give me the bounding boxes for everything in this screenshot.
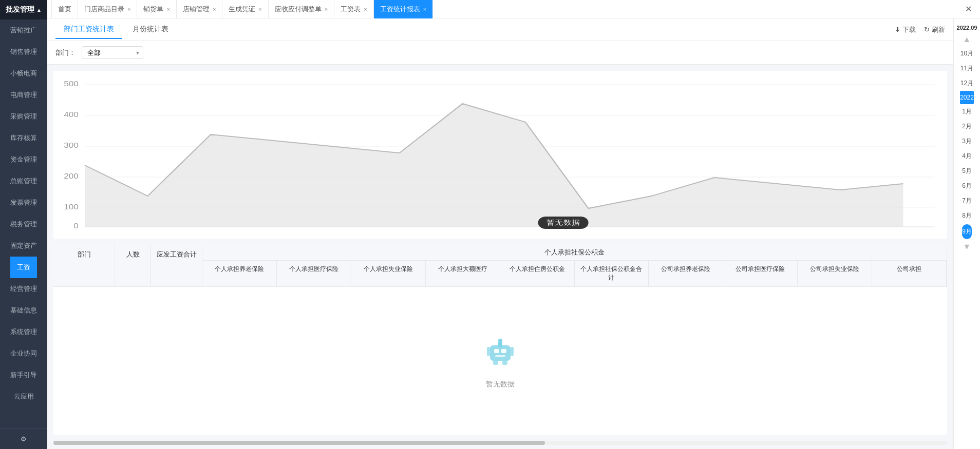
th-col-个人承担养老保险: 个人承担养老保险 xyxy=(202,261,277,286)
sidebar-item-云应用[interactable]: 云应用 xyxy=(10,386,37,407)
sidebar-item-工资[interactable]: 工资 xyxy=(10,257,37,278)
tab-首页[interactable]: 首页 xyxy=(51,0,78,18)
svg-text:400: 400 xyxy=(64,110,79,118)
tab-生成凭证[interactable]: 生成凭证× xyxy=(222,0,268,18)
sidebar-item-企业协同[interactable]: 企业协同 xyxy=(10,343,37,364)
sidebar-items: 营销推广销售管理小畅电商电商管理采购管理库存核算资金管理总账管理发票管理税务管理… xyxy=(10,19,37,407)
timeline-sidebar: 2022.09 ▲ 10月11月12月20221月2月3月4月5月6月7月8月9… xyxy=(953,18,980,449)
timeline-up-arrow[interactable]: ▲ xyxy=(961,33,973,46)
svg-text:100: 100 xyxy=(64,203,79,210)
tab-bar: 首页门店商品目录×销货单×店铺管理×生成凭证×应收应付调整单×工资表×工资统计报… xyxy=(47,0,980,18)
timeline-item-11月[interactable]: 11月 xyxy=(960,61,974,76)
sidebar-settings-button[interactable]: ⚙ xyxy=(0,428,47,449)
tab-工资表[interactable]: 工资表× xyxy=(334,0,373,18)
timeline-item-2022[interactable]: 2022 xyxy=(960,91,974,104)
timeline-item-7月[interactable]: 7月 xyxy=(960,193,974,208)
th-col-个人承担住房公积金: 个人承担住房公积金 xyxy=(500,261,575,286)
table-empty: 暂无数据 xyxy=(53,287,947,435)
svg-rect-18 xyxy=(495,355,505,357)
tab-close-icon[interactable]: × xyxy=(166,6,169,12)
timeline-item-12月[interactable]: 12月 xyxy=(960,76,974,91)
tab-label: 销货单 xyxy=(143,5,163,14)
tab-工资统计报表[interactable]: 工资统计报表× xyxy=(374,0,433,18)
timeline-down-arrow[interactable]: ▼ xyxy=(961,240,973,253)
timeline-item-10月[interactable]: 10月 xyxy=(960,46,974,61)
content-area: 部门工资统计表 月份统计表 ⬇ 下载 ↻ 刷新 部门： xyxy=(47,18,980,449)
filter-label: 部门： xyxy=(55,48,76,57)
timeline-item-9月[interactable]: 9月 xyxy=(962,224,972,239)
th-col-公司承担: 公司承担 xyxy=(872,261,947,286)
svg-rect-17 xyxy=(501,349,506,353)
tab-close-icon[interactable]: × xyxy=(213,6,216,12)
svg-text:0: 0 xyxy=(73,222,79,229)
th-col-公司承担养老保险: 公司承担养老保险 xyxy=(649,261,723,286)
department-select[interactable]: 全部 部门A 部门B xyxy=(82,46,143,59)
svg-rect-15 xyxy=(490,345,511,361)
tab-close-icon[interactable]: × xyxy=(364,6,367,12)
timeline-item-1月[interactable]: 1月 xyxy=(960,104,974,119)
tab-门店商品目录[interactable]: 门店商品目录× xyxy=(78,0,137,18)
svg-marker-12 xyxy=(85,104,903,227)
sidebar-item-新手引导[interactable]: 新手引导 xyxy=(10,364,37,386)
tabs-container: 首页门店商品目录×销货单×店铺管理×生成凭证×应收应付调整单×工资表×工资统计报… xyxy=(51,0,433,18)
empty-label: 暂无数据 xyxy=(486,380,515,389)
timeline-item-6月[interactable]: 6月 xyxy=(960,179,974,193)
timeline-item-8月[interactable]: 8月 xyxy=(960,208,974,223)
tab-label: 店铺管理 xyxy=(183,5,210,14)
sub-tabs: 部门工资统计表 月份统计表 ⬇ 下载 ↻ 刷新 xyxy=(47,18,953,41)
chart-area: 500 400 300 200 100 0 xyxy=(53,71,947,239)
tab-close-icon[interactable]: × xyxy=(127,6,130,12)
empty-robot-icon xyxy=(480,333,521,374)
sidebar-item-经营管理[interactable]: 经营管理 xyxy=(10,278,37,300)
tab-label: 工资统计报表 xyxy=(380,5,420,14)
tab-close-icon[interactable]: × xyxy=(258,6,261,12)
sidebar-item-电商管理[interactable]: 电商管理 xyxy=(10,84,37,106)
horizontal-scrollbar[interactable] xyxy=(53,441,947,445)
sub-tab-month[interactable]: 月份统计表 xyxy=(124,21,177,39)
tab-销货单[interactable]: 销货单× xyxy=(137,0,176,18)
sidebar-item-基础信息[interactable]: 基础信息 xyxy=(10,300,37,321)
refresh-button[interactable]: ↻ 刷新 xyxy=(924,25,945,34)
timeline-item-2月[interactable]: 2月 xyxy=(960,119,974,134)
download-label: 下载 xyxy=(902,25,916,34)
sidebar-item-税务管理[interactable]: 税务管理 xyxy=(10,213,37,235)
sidebar-arrow-icon: ▲ xyxy=(36,7,42,13)
th-col-个人承担失业保险: 个人承担失业保险 xyxy=(351,261,426,286)
th-group-header: 个人承担社保公积金 xyxy=(202,245,947,261)
sidebar-item-总账管理[interactable]: 总账管理 xyxy=(10,170,37,192)
tab-close-icon[interactable]: × xyxy=(423,6,426,12)
sub-tab-department[interactable]: 部门工资统计表 xyxy=(55,21,122,39)
page: 部门工资统计表 月份统计表 ⬇ 下载 ↻ 刷新 部门： xyxy=(47,18,953,449)
sidebar-item-资金管理[interactable]: 资金管理 xyxy=(10,149,37,170)
download-button[interactable]: ⬇ 下载 xyxy=(895,25,916,34)
sidebar-item-采购管理[interactable]: 采购管理 xyxy=(10,106,37,127)
th-department: 部门 xyxy=(53,245,115,286)
timeline-item-3月[interactable]: 3月 xyxy=(960,134,974,149)
sidebar-item-小畅电商[interactable]: 小畅电商 xyxy=(10,63,37,84)
svg-rect-23 xyxy=(493,361,498,365)
tab-label: 门店商品目录 xyxy=(84,5,124,14)
sub-tabs-left: 部门工资统计表 月份统计表 xyxy=(55,21,177,39)
main-area: 首页门店商品目录×销货单×店铺管理×生成凭证×应收应付调整单×工资表×工资统计报… xyxy=(47,0,980,449)
timeline-item-4月[interactable]: 4月 xyxy=(960,149,974,164)
svg-text:200: 200 xyxy=(64,172,79,180)
th-headcount: 人数 xyxy=(115,245,151,286)
tab-close-icon[interactable]: × xyxy=(325,6,328,12)
sidebar-item-发票管理[interactable]: 发票管理 xyxy=(10,192,37,213)
timeline-item-5月[interactable]: 5月 xyxy=(960,164,974,179)
th-group-cols: 个人承担养老保险个人承担医疗保险个人承担失业保险个人承担大额医疗个人承担住房公积… xyxy=(202,261,947,286)
sidebar-item-销售管理[interactable]: 销售管理 xyxy=(10,41,37,63)
tab-店铺管理[interactable]: 店铺管理× xyxy=(177,0,222,18)
sidebar-header[interactable]: 批发管理 ▲ xyxy=(0,0,47,19)
tabbar-close-button[interactable]: ✕ xyxy=(961,4,976,14)
sidebar-item-营销推广[interactable]: 营销推广 xyxy=(10,19,37,41)
th-col-公司承担医疗保险: 公司承担医疗保险 xyxy=(723,261,798,286)
sidebar-item-系统管理[interactable]: 系统管理 xyxy=(10,321,37,343)
tab-应收应付调整单[interactable]: 应收应付调整单× xyxy=(269,0,334,18)
timeline-year-display: 2022.09 xyxy=(954,23,980,33)
scroll-thumb[interactable] xyxy=(53,441,545,445)
sidebar-item-库存核算[interactable]: 库存核算 xyxy=(10,127,37,149)
th-col-个人承担大额医疗: 个人承担大额医疗 xyxy=(426,261,500,286)
table-header: 部门 人数 应发工资合计 个人承担社保公积金 个人承担养老保险个人承担医疗保险个… xyxy=(53,245,947,287)
sidebar-item-固定资产[interactable]: 固定资产 xyxy=(10,235,37,257)
